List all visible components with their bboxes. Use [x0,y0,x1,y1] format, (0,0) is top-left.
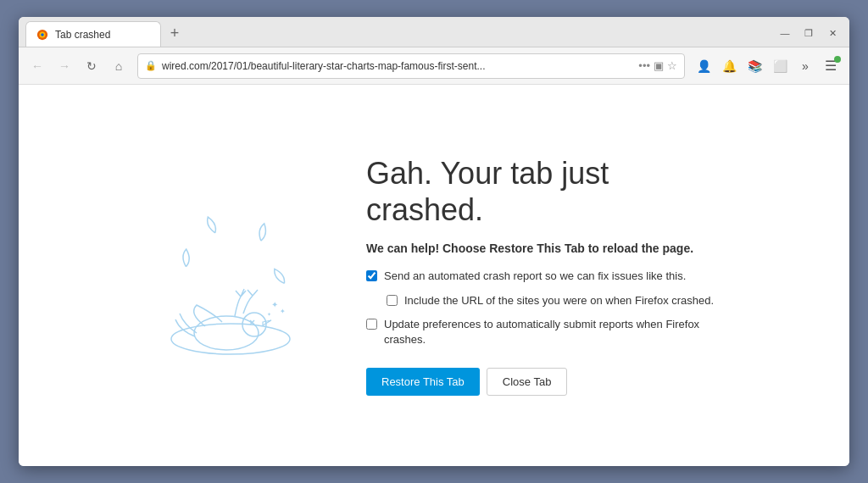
svg-text:✦: ✦ [267,312,271,317]
home-button[interactable]: ⌂ [107,54,131,78]
tab-favicon [36,29,48,41]
pocket-icon[interactable]: ▣ [654,59,664,72]
crash-report-checkbox[interactable] [366,270,377,281]
crash-illustration: ✦ ✦ ✦ [146,182,315,369]
include-url-label: Include the URL of the sites you were on… [404,293,714,308]
svg-point-2 [41,33,44,36]
back-button[interactable]: ← [25,54,49,78]
crash-message-area: Gah. Your tab just crashed. We can help!… [366,155,722,396]
library-icon[interactable]: 📚 [743,54,766,78]
restore-tab-button[interactable]: Restore This Tab [366,368,480,396]
update-indicator [834,56,841,63]
options-list: Send an automated crash report so we can… [366,269,722,347]
include-url-checkbox[interactable] [387,295,398,306]
action-buttons: Restore This Tab Close Tab [366,368,722,396]
svg-text:✦: ✦ [271,300,278,309]
reload-button[interactable]: ↻ [80,54,103,78]
lock-icon: 🔒 [145,60,157,71]
page-content: ✦ ✦ ✦ Gah. Your tab just crashed. We can… [19,85,849,466]
toolbar: ← → ↻ ⌂ 🔒 wired.com/2017/01/beautiful-li… [19,47,849,85]
option-row-3: Update preferences to automatically subm… [366,317,722,347]
option-row-1: Send an automated crash report so we can… [366,269,722,284]
crash-report-label: Send an automated crash report so we can… [384,269,686,284]
maximize-button[interactable]: ❐ [798,23,819,43]
option-row-2: Include the URL of the sites you were on… [387,293,722,308]
active-tab[interactable]: Tab crashed [25,21,161,47]
auto-submit-label: Update preferences to automatically subm… [384,317,722,347]
title-bar: Tab crashed + — ❐ ✕ [19,17,849,47]
svg-text:✦: ✦ [280,308,286,315]
address-bar[interactable]: 🔒 wired.com/2017/01/beautiful-literary-s… [137,53,685,79]
auto-submit-checkbox[interactable] [366,319,377,330]
svg-point-4 [194,316,259,350]
minimize-button[interactable]: — [775,23,795,43]
more-icon[interactable]: ••• [638,59,650,72]
crash-subtitle: We can help! Choose Restore This Tab to … [366,242,722,255]
toolbar-right: 👤 🔔 📚 ⬜ » ☰ [692,54,843,78]
more-tools-icon[interactable]: » [793,54,817,78]
close-button[interactable]: ✕ [822,23,843,43]
forward-button[interactable]: → [53,54,76,78]
url-text: wired.com/2017/01/beautiful-literary-sta… [162,60,633,72]
browser-window: Tab crashed + — ❐ ✕ ← → ↻ ⌂ 🔒 wired.com/… [19,17,849,466]
window-controls: — ❐ ✕ [775,23,843,43]
account-icon[interactable]: 👤 [692,54,715,78]
new-tab-button[interactable]: + [164,23,185,43]
hamburger-menu-button[interactable]: ☰ [819,54,843,78]
bookmark-star-icon[interactable]: ☆ [667,59,677,72]
screenshots-icon[interactable]: ⬜ [768,54,792,78]
address-icons: ••• ▣ ☆ [638,59,677,72]
close-tab-button[interactable]: Close Tab [487,368,568,396]
tab-title: Tab crashed [55,29,150,41]
sync-icon[interactable]: 🔔 [717,54,741,78]
crash-title: Gah. Your tab just crashed. [366,155,722,228]
